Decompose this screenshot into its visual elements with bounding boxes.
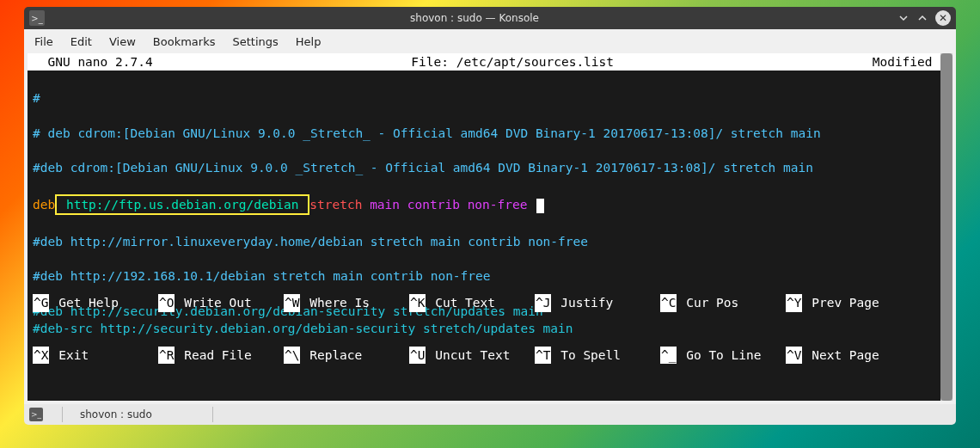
shortcut-item: ^R Read File xyxy=(158,347,284,364)
tab-label[interactable]: shovon : sudo xyxy=(71,408,204,420)
nano-modified: Modified xyxy=(873,53,947,71)
shortcut-key: ^X xyxy=(33,347,49,364)
statusbar: >_ shovon : sudo xyxy=(24,404,956,425)
window-controls: ✕ xyxy=(897,10,951,26)
shortcut-item: ^O Write Out xyxy=(158,294,284,311)
menu-help[interactable]: Help xyxy=(296,35,322,48)
menu-bookmarks[interactable]: Bookmarks xyxy=(153,35,216,48)
shortcut-key: ^T xyxy=(535,347,551,364)
shortcut-key: ^K xyxy=(409,294,426,311)
shortcut-item: ^T To Spell xyxy=(535,347,660,364)
shortcut-label: Cur Pos xyxy=(677,294,769,311)
shortcut-item: ^C Cur Pos xyxy=(660,294,786,311)
shortcut-key: ^J xyxy=(535,294,551,311)
shortcut-key: ^U xyxy=(409,347,426,364)
maximize-button[interactable] xyxy=(916,12,928,24)
shortcut-key: ^R xyxy=(158,347,175,364)
shortcut-label: Exit xyxy=(49,347,141,364)
nano-filename: File: /etc/apt/sources.list xyxy=(153,53,873,71)
shortcut-key: ^_ xyxy=(660,347,677,364)
shortcut-row: ^X Exit ^R Read File ^\ Replace ^U Uncut… xyxy=(33,347,947,364)
line: # deb cdrom:[Debian GNU/Linux 9.0.0 _Str… xyxy=(33,126,821,140)
line: #deb cdrom:[Debian GNU/Linux 9.0.0 _Stre… xyxy=(33,161,813,175)
titlebar: >_ shovon : sudo — Konsole ✕ xyxy=(24,7,956,29)
line-part: stretch xyxy=(309,198,370,212)
divider xyxy=(212,407,213,422)
terminal-container: GNU nano 2.7.4 File: /etc/apt/sources.li… xyxy=(24,53,956,404)
menu-edit[interactable]: Edit xyxy=(70,35,92,48)
shortcut-label: Prev Page xyxy=(802,294,879,311)
shortcut-key: ^C xyxy=(660,294,677,311)
shortcut-label: Get Help xyxy=(49,294,141,311)
shortcut-label: Where Is xyxy=(300,294,392,311)
menu-view[interactable]: View xyxy=(109,35,136,48)
line: #deb http://mirror.linuxeveryday.home/de… xyxy=(33,235,588,249)
menubar: File Edit View Bookmarks Settings Help xyxy=(24,29,956,53)
shortcut-item: ^J Justify xyxy=(535,294,660,311)
scrollbar-thumb[interactable] xyxy=(940,53,952,401)
shortcut-item: ^W Where Is xyxy=(284,294,409,311)
divider xyxy=(62,407,63,422)
shortcut-item: ^Y Prev Page xyxy=(786,294,879,311)
shortcut-label: Write Out xyxy=(175,294,266,311)
cursor xyxy=(536,199,544,213)
line-part: deb xyxy=(33,198,55,212)
shortcut-label: Go To Line xyxy=(677,347,769,364)
shortcut-label: Replace xyxy=(300,347,392,364)
nano-shortcuts: ^G Get Help ^O Write Out ^W Where Is ^K … xyxy=(28,260,952,401)
shortcut-item: ^K Cut Text xyxy=(409,294,535,311)
window-title: shovon : sudo — Konsole xyxy=(52,12,897,24)
line: # xyxy=(33,91,40,105)
close-button[interactable]: ✕ xyxy=(935,10,951,26)
shortcut-label: Uncut Text xyxy=(426,347,518,364)
shortcut-label: To Spell xyxy=(551,347,643,364)
shortcut-item: ^V Next Page xyxy=(786,347,879,364)
highlighted-url: http://ftp.us.debian.org/debian xyxy=(55,194,309,215)
shortcut-label: Justify xyxy=(551,294,643,311)
tab-icon: >_ xyxy=(29,408,43,421)
scrollbar[interactable] xyxy=(940,53,952,401)
shortcut-key: ^Y xyxy=(786,294,802,311)
shortcut-item: ^_ Go To Line xyxy=(660,347,786,364)
shortcut-item: ^G Get Help xyxy=(33,294,158,311)
shortcut-key: ^O xyxy=(158,294,175,311)
shortcut-item: ^\ Replace xyxy=(284,347,409,364)
shortcut-item: ^X Exit xyxy=(33,347,158,364)
terminal[interactable]: GNU nano 2.7.4 File: /etc/apt/sources.li… xyxy=(28,53,952,401)
shortcut-label: Cut Text xyxy=(426,294,518,311)
shortcut-key: ^G xyxy=(33,294,49,311)
shortcut-row: ^G Get Help ^O Write Out ^W Where Is ^K … xyxy=(33,294,947,311)
shortcut-label: Read File xyxy=(175,347,266,364)
shortcut-item: ^U Uncut Text xyxy=(409,347,535,364)
menu-settings[interactable]: Settings xyxy=(232,35,278,48)
shortcut-key: ^W xyxy=(284,294,300,311)
shortcut-label: Next Page xyxy=(802,347,879,364)
nano-version: GNU nano 2.7.4 xyxy=(33,53,153,71)
minimize-button[interactable] xyxy=(897,12,910,24)
nano-header: GNU nano 2.7.4 File: /etc/apt/sources.li… xyxy=(28,53,952,71)
menu-file[interactable]: File xyxy=(34,35,53,48)
shortcut-key: ^\ xyxy=(284,347,300,364)
app-icon: >_ xyxy=(29,10,45,26)
shortcut-key: ^V xyxy=(786,347,802,364)
line-part: main contrib non-free xyxy=(370,198,535,212)
